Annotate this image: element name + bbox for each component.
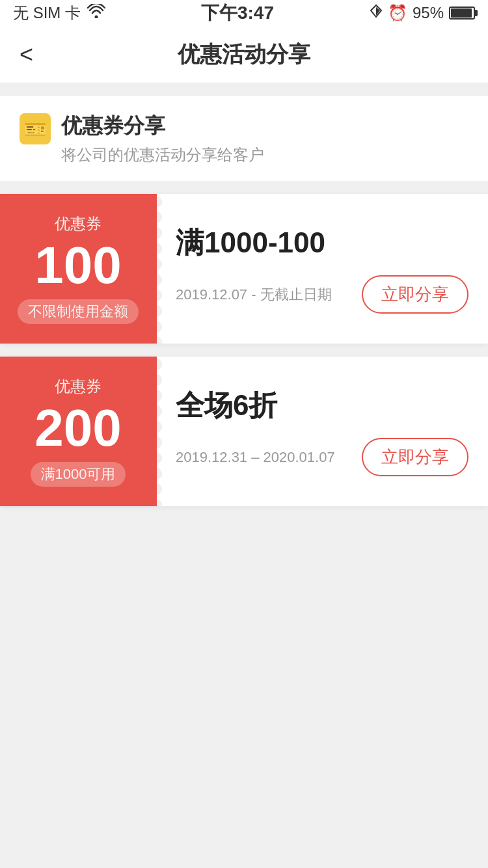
coupon-left-1: 优惠券 100 不限制使用金额 — [0, 194, 156, 344]
coupon-footer-1: 2019.12.07 - 无截止日期 立即分享 — [176, 275, 468, 314]
status-time: 下午3:47 — [201, 1, 274, 25]
wifi-icon — [87, 4, 105, 22]
location-icon — [370, 4, 383, 22]
coupon-tag-1: 优惠券 — [55, 213, 102, 234]
section-text-group: 优惠券分享 将公司的优惠活动分享给客户 — [61, 112, 264, 165]
bottom-spacer — [0, 506, 488, 766]
coupon-tag-2: 优惠券 — [55, 376, 102, 397]
content-area: 🎫 优惠券分享 将公司的优惠活动分享给客户 优惠券 100 不限制使用金额 满1… — [0, 83, 488, 780]
coupon-card-2: 优惠券 200 满1000可用 全场6折 2019.12.31 – 2020.0… — [0, 357, 488, 506]
coupon-list: 优惠券 100 不限制使用金额 满1000-100 2019.12.07 - 无… — [0, 194, 488, 506]
alarm-icon: ⏰ — [388, 4, 407, 22]
section-title: 优惠券分享 — [61, 112, 264, 141]
status-bar: 无 SIM 卡 下午3:47 ⏰ 95% — [0, 0, 488, 26]
coupon-footer-2: 2019.12.31 – 2020.01.07 立即分享 — [176, 438, 468, 476]
page-title: 优惠活动分享 — [178, 40, 310, 70]
coupon-right-2: 全场6折 2019.12.31 – 2020.01.07 立即分享 — [156, 357, 488, 506]
status-right: ⏰ 95% — [370, 4, 475, 22]
section-desc: 将公司的优惠活动分享给客户 — [61, 144, 264, 165]
share-button-1[interactable]: 立即分享 — [362, 275, 468, 314]
coupon-divider-2 — [150, 357, 163, 506]
section-icon: 🎫 — [20, 113, 51, 144]
coupon-left-2: 优惠券 200 满1000可用 — [0, 357, 156, 506]
battery-icon — [449, 7, 475, 20]
battery-percent: 95% — [413, 4, 444, 22]
coupon-condition-2: 满1000可用 — [31, 462, 126, 487]
back-button[interactable]: < — [20, 41, 33, 68]
svg-point-0 — [95, 16, 98, 19]
coupon-amount-1: 100 — [34, 239, 121, 292]
coupon-name-1: 满1000-100 — [176, 224, 468, 262]
carrier-text: 无 SIM 卡 — [13, 3, 81, 23]
share-button-2[interactable]: 立即分享 — [362, 438, 468, 476]
coupon-date-2: 2019.12.31 – 2020.01.07 — [176, 449, 335, 466]
section-header: 🎫 优惠券分享 将公司的优惠活动分享给客户 — [0, 96, 488, 181]
coupon-card-1: 优惠券 100 不限制使用金额 满1000-100 2019.12.07 - 无… — [0, 194, 488, 344]
nav-bar: < 优惠活动分享 — [0, 26, 488, 83]
coupon-name-2: 全场6折 — [176, 387, 468, 425]
coupon-amount-2: 200 — [34, 402, 121, 454]
coupon-divider-1 — [150, 194, 163, 344]
coupon-date-1: 2019.12.07 - 无截止日期 — [176, 285, 332, 305]
status-left: 无 SIM 卡 — [13, 3, 105, 23]
coupon-condition-1: 不限制使用金额 — [18, 299, 139, 324]
coupon-right-1: 满1000-100 2019.12.07 - 无截止日期 立即分享 — [156, 194, 488, 344]
